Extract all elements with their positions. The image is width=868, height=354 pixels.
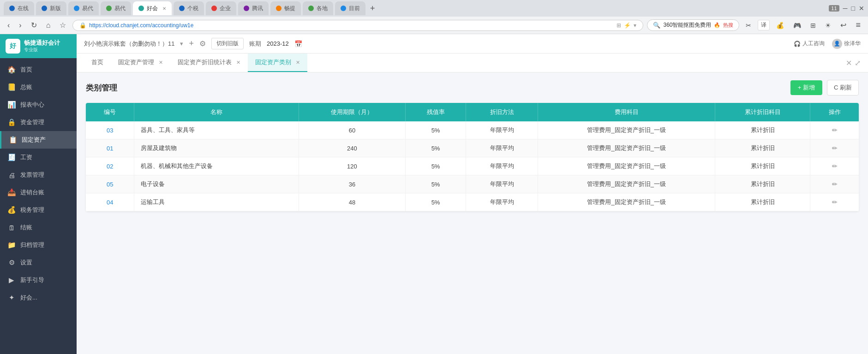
tab-label-11: 目前 [349,5,360,12]
sidebar-item-purchase-sale[interactable]: 📥 进销台账 [0,184,77,201]
tab-label-4: 易代 [114,5,126,12]
user-area[interactable]: 👤 徐泽华 [832,39,861,49]
sidebar-item-funds[interactable]: 🔒 资金管理 [0,114,77,131]
tab-depreciation-table[interactable]: 固定资产折旧统计表 ✕ [170,54,248,72]
new-tab-button[interactable]: + [367,4,378,13]
brightness-button[interactable]: ☀ [822,20,834,31]
undo-button[interactable]: ↩ [838,19,849,31]
sidebar-item-ledger[interactable]: 📒 总账 [0,78,77,96]
tab-label-7: 企业 [220,5,231,12]
sidebar-item-home[interactable]: 🏠 首页 [0,61,77,78]
add-category-button[interactable]: + 新增 [790,80,822,95]
sidebar-item-tax[interactable]: 💰 税务管理 [0,201,77,219]
reload-button[interactable]: ↻ [28,19,40,31]
cell-code-0[interactable]: 03 [86,121,134,139]
search-bar[interactable]: 🔍 360智能抠图免费用 🔥 热搜 [647,19,739,31]
sidebar-label-ledger: 总账 [20,83,32,91]
tab-label-9: 畅提 [284,5,295,12]
sidebar-item-guide[interactable]: ▶ 新手引导 [0,271,77,289]
tab-depreciation-table-close[interactable]: ✕ [236,60,240,66]
edit-button-0[interactable]: ✏ [832,126,838,134]
forward-button[interactable]: › [16,19,24,31]
close-window-button[interactable]: ✕ [859,5,864,12]
game-button[interactable]: 🎮 [790,20,804,31]
wallet-button[interactable]: 💰 [773,20,787,31]
menu-button[interactable]: ≡ [853,18,863,32]
page-body: 类别管理 + 新增 C 刷新 编号 名称 使用期限（月） 残值率 折旧方法 费用… [77,72,868,354]
edit-button-1[interactable]: ✏ [832,144,838,152]
grid-button[interactable]: ⊞ [808,20,819,31]
back-button[interactable]: ‹ [5,19,12,31]
switch-version-button[interactable]: 切到旧版 [211,38,244,49]
tab-asset-category[interactable]: 固定资产类别 ✕ [248,54,307,72]
home-button[interactable]: ⌂ [43,19,54,31]
tab-home[interactable]: 首页 [84,54,111,72]
consult-area[interactable]: 🎧 人工咨询 [794,40,825,48]
maximize-button[interactable]: □ [851,5,855,12]
dropdown-icon[interactable]: ▾ [634,22,636,29]
panel-close-button[interactable]: ✕ [846,59,852,67]
browser-tab-6[interactable]: 个税 [174,1,204,15]
calendar-button[interactable]: 📅 [294,40,302,48]
refresh-button[interactable]: C 刷新 [827,80,859,96]
sidebar-item-reports[interactable]: 📊 报表中心 [0,96,77,114]
cell-action-3[interactable]: ✏ [810,175,859,193]
cell-action-1[interactable]: ✏ [810,139,859,157]
minimize-button[interactable]: ─ [843,5,848,12]
sidebar-item-closing[interactable]: 🗓 结账 [0,219,77,236]
site-info-icon[interactable]: ⊞ [617,22,621,29]
sidebar-item-invoice[interactable]: 🖨 发票管理 [0,166,77,184]
browser-tab-5[interactable]: 好会 ✕ [133,1,172,15]
scissors-button[interactable]: ✂ [743,20,754,31]
sidebar-label-more: 好会... [20,294,37,302]
sidebar-item-more[interactable]: ✦ 好会... [0,289,77,306]
topbar: 刘小艳演示账套（勿删勿动！）11 ▾ + ⚙ 切到旧版 账期 2023-12 📅… [77,34,868,54]
lightning-icon[interactable]: ⚡ [624,22,631,29]
table-row: 01 房屋及建筑物 240 5% 年限平均 管理费用_固定资产折旧_一级 累计折… [86,139,859,157]
browser-tab-4[interactable]: 易代 [101,1,131,15]
sidebar: 好 畅捷通好会计 专业版 🏠 首页 📒 总账 📊 报表中心 🔒 资金管理 [0,34,77,354]
browser-tab-10[interactable]: 各地 [303,1,333,15]
cell-code-4[interactable]: 04 [86,193,134,211]
purchase-sale-icon: 📥 [7,188,16,197]
cell-action-4[interactable]: ✏ [810,193,859,211]
tab-favicon-3 [74,6,79,11]
cell-residual-2: 5% [406,157,466,175]
edit-button-4[interactable]: ✏ [832,198,838,206]
edit-button-2[interactable]: ✏ [832,162,838,170]
address-bar[interactable]: 🔒 https://cloud.chanjet.com/accounting/u… [72,20,643,31]
sidebar-label-guide: 新手引导 [20,276,44,284]
bookmark-button[interactable]: ☆ [57,19,69,31]
settings-top-button[interactable]: ⚙ [199,39,206,48]
sidebar-item-settings[interactable]: ⚙ 设置 [0,254,77,271]
browser-tab-11[interactable]: 目前 [335,1,365,15]
sidebar-item-salary[interactable]: 🧾 工资 [0,149,77,166]
cell-action-2[interactable]: ✏ [810,157,859,175]
edit-button-3[interactable]: ✏ [832,180,838,188]
cell-accumulated-3: 累计折旧 [715,175,810,193]
cell-code-3[interactable]: 05 [86,175,134,193]
translate-button[interactable]: 译 [758,20,770,30]
add-account-button[interactable]: + [189,39,194,48]
topbar-dropdown-icon[interactable]: ▾ [180,40,183,47]
app-wrapper: 好 畅捷通好会计 专业版 🏠 首页 📒 总账 📊 报表中心 🔒 资金管理 [0,34,868,354]
tab-asset-mgmt-close[interactable]: ✕ [159,60,163,66]
browser-tab-2[interactable]: 新版 [36,1,66,15]
browser-tab-8[interactable]: 腾讯 [238,1,269,15]
browser-tab-1[interactable]: 在线 [4,1,34,15]
cell-code-1[interactable]: 01 [86,139,134,157]
browser-tab-7[interactable]: 企业 [206,1,236,15]
cell-name-1: 房屋及建筑物 [134,139,299,157]
browser-tab-9[interactable]: 畅提 [270,1,301,15]
sidebar-item-fixed-assets[interactable]: 📋 固定资产 [0,131,77,149]
cell-residual-3: 5% [406,175,466,193]
cell-action-0[interactable]: ✏ [810,121,859,139]
tab-close-5[interactable]: ✕ [162,6,166,11]
panel-expand-button[interactable]: ⤢ [855,59,861,67]
tab-label-8: 腾讯 [252,5,263,12]
tab-asset-mgmt[interactable]: 固定资产管理 ✕ [111,54,170,72]
tab-asset-category-close[interactable]: ✕ [296,60,300,66]
cell-code-2[interactable]: 02 [86,157,134,175]
sidebar-item-archive[interactable]: 📁 归档管理 [0,236,77,254]
browser-tab-3[interactable]: 易代 [68,1,99,15]
